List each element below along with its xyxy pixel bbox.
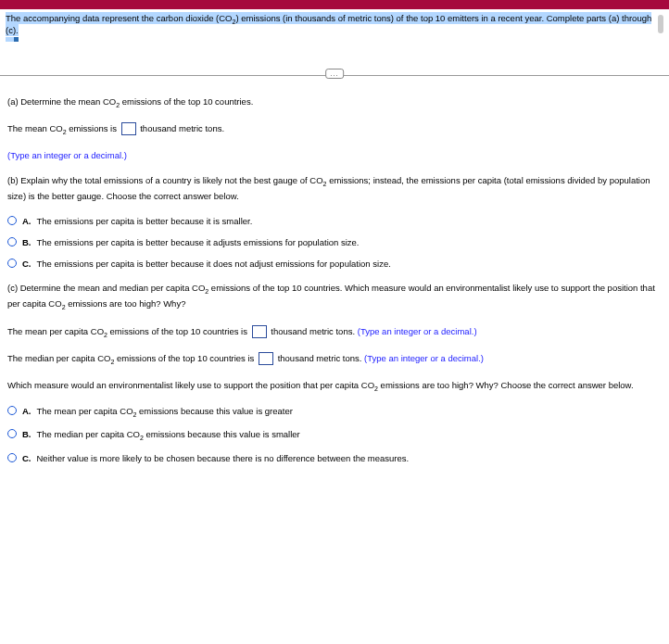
part-a-pre: (a) Determine the mean CO [7, 96, 116, 107]
opt-a-post: emissions because this value is greater [136, 406, 292, 416]
radio-icon[interactable] [7, 237, 17, 246]
c-mean-post: thousand metric tons. [269, 326, 358, 336]
mean-per-capita-input[interactable] [252, 325, 267, 338]
part-c-mean-line: The mean per capita CO2 emissions of the… [7, 324, 662, 340]
part-b-option-a[interactable]: A. The emissions per capita is better be… [7, 215, 662, 227]
expand-ellipsis-button[interactable]: ... [325, 69, 344, 79]
c-mean-hint: (Type an integer or a decimal.) [358, 326, 477, 336]
c-median-mid: emissions of the top 10 countries is [114, 353, 257, 363]
part-a-question: (a) Determine the mean CO2 emissions of … [7, 95, 662, 110]
part-c-post: emissions are too high? Why? [66, 298, 186, 309]
radio-icon[interactable] [7, 429, 17, 438]
option-text: The emissions per capita is better becau… [37, 236, 663, 248]
part-a-hint: (Type an integer or a decimal.) [7, 148, 662, 162]
c-median-hint: (Type an integer or a decimal.) [364, 353, 484, 363]
part-c-median-line: The median per capita CO2 emissions of t… [7, 351, 662, 367]
part-c-options: A. The mean per capita CO2 emissions bec… [7, 405, 662, 465]
part-a-answer-line: The mean CO2 emissions is thousand metri… [7, 121, 662, 137]
part-b-pre: (b) Explain why the total emissions of a… [7, 175, 323, 185]
part-c-pre: (c) Determine the mean and median per ca… [7, 283, 205, 293]
c-mean-pre: The mean per capita CO [7, 326, 104, 336]
c-median-post: thousand metric tons. [275, 353, 364, 363]
option-letter: A. [22, 405, 32, 417]
question-header: The accompanying data represent the carb… [0, 9, 669, 47]
part-c-option-c[interactable]: C. Neither value is more likely to be ch… [7, 452, 662, 464]
part-a-ans-mid: emissions is [67, 123, 120, 133]
part-a-ans-pre: The mean CO [7, 123, 63, 133]
c-follow-post: emissions are too high? Why? Choose the … [378, 380, 634, 390]
radio-icon[interactable] [7, 216, 17, 225]
part-b-options: A. The emissions per capita is better be… [7, 215, 662, 271]
part-a-post: emissions of the top 10 countries. [120, 96, 253, 107]
question-body: (a) Determine the mean CO2 emissions of … [0, 95, 669, 493]
option-letter: B. [22, 236, 32, 248]
radio-icon[interactable] [7, 453, 17, 462]
opt-a-pre: The mean per capita CO [37, 406, 133, 416]
option-text: The emissions per capita is better becau… [37, 258, 663, 270]
c-mean-mid: emissions of the top 10 countries is [107, 326, 250, 336]
option-text: Neither value is more likely to be chose… [37, 452, 663, 464]
part-a-ans-post: thousand metric tons. [138, 123, 224, 133]
radio-icon[interactable] [7, 259, 17, 268]
option-letter: A. [22, 215, 32, 227]
top-brand-bar [0, 0, 669, 9]
mean-emissions-input[interactable] [121, 122, 136, 135]
option-letter: B. [22, 428, 32, 440]
option-letter: C. [22, 452, 32, 464]
median-per-capita-input[interactable] [259, 352, 273, 365]
part-b-option-b[interactable]: B. The emissions per capita is better be… [7, 236, 662, 248]
option-text: The emissions per capita is better becau… [37, 215, 663, 227]
progress-indicator [6, 37, 19, 42]
prompt-part1: The accompanying data represent the carb… [6, 13, 233, 23]
scrollbar-thumb[interactable] [658, 15, 663, 33]
section-divider: ... [0, 75, 669, 76]
part-b-question: (b) Explain why the total emissions of a… [7, 173, 662, 203]
c-median-pre: The median per capita CO [7, 353, 110, 363]
opt-b-pre: The median per capita CO [37, 429, 140, 439]
part-b-option-c[interactable]: C. The emissions per capita is better be… [7, 258, 662, 270]
prompt-text-highlight: The accompanying data represent the carb… [6, 12, 651, 36]
option-text: The median per capita CO2 emissions beca… [37, 428, 663, 443]
option-text: The mean per capita CO2 emissions becaus… [37, 405, 663, 420]
radio-icon[interactable] [7, 406, 17, 415]
part-c-question: (c) Determine the mean and median per ca… [7, 281, 662, 312]
part-c-option-b[interactable]: B. The median per capita CO2 emissions b… [7, 428, 662, 443]
part-c-followup: Which measure would an environmentalist … [7, 378, 662, 394]
c-follow-pre: Which measure would an environmentalist … [7, 380, 374, 390]
opt-b-post: emissions because this value is smaller [144, 429, 300, 439]
part-c-option-a[interactable]: A. The mean per capita CO2 emissions bec… [7, 405, 662, 420]
option-letter: C. [22, 258, 32, 270]
